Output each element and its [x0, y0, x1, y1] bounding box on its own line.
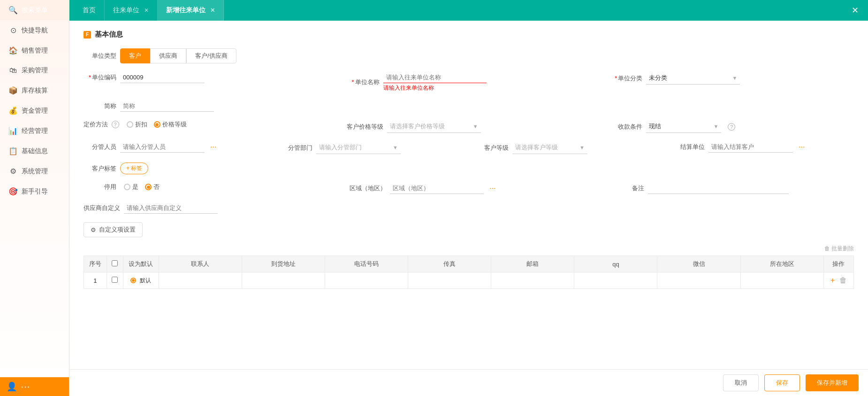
tab-home[interactable]: 首页 — [74, 0, 105, 21]
unit-category-group: *单位分类 未分类 ▼ — [609, 72, 854, 85]
search-icon: 🔍 — [8, 6, 18, 15]
pricing-option-level[interactable]: 价格等级 — [154, 120, 187, 129]
radio-circle-no — [145, 184, 152, 190]
short-name-label: 简称 — [84, 102, 116, 110]
email-input[interactable] — [496, 278, 569, 284]
pricing-method-label: 定价方法 ? — [84, 120, 119, 129]
add-tag-button[interactable]: + 标签 — [120, 163, 148, 174]
sidebar-item-basic[interactable]: 📋 基础信息 — [0, 141, 69, 161]
unit-name-label: *单位名称 — [347, 78, 380, 86]
radio-circle-yes — [124, 184, 130, 190]
region-more-btn[interactable]: ··· — [487, 184, 497, 193]
payment-help-icon[interactable]: ? — [728, 123, 735, 131]
unit-code-input[interactable] — [120, 72, 205, 83]
custom-settings-button[interactable]: ⚙ 自定义项设置 — [84, 222, 143, 237]
sidebar-item-finance[interactable]: 💰 资金管理 — [0, 101, 69, 121]
cell-address[interactable] — [242, 272, 325, 289]
add-row-btn[interactable]: + — [830, 276, 835, 284]
unit-name-input[interactable] — [383, 72, 487, 83]
customer-tag-row: 客户标签 + 标签 — [84, 163, 854, 174]
tab-add-partner[interactable]: 新增往来单位 ✕ — [158, 0, 224, 21]
unit-btn-supplier[interactable]: 供应商 — [150, 48, 186, 63]
address-input[interactable] — [247, 278, 320, 284]
remark-input[interactable] — [648, 183, 789, 194]
region-group: 区域（地区） ··· — [350, 183, 592, 194]
table-row: 1 默认 — [84, 272, 854, 289]
payment-terms-select[interactable]: 现结 ▼ — [646, 120, 721, 133]
bottom-bar: 取消 保存 保存并新增 — [69, 369, 868, 396]
unit-category-select[interactable]: 未分类 ▼ — [646, 72, 740, 85]
contact-input[interactable] — [164, 278, 237, 284]
sidebar-item-inventory[interactable]: 📦 库存核算 — [0, 80, 69, 101]
cancel-button[interactable]: 取消 — [723, 374, 759, 391]
customer-level-label: 客户等级 — [476, 144, 509, 152]
sidebar-item-operation[interactable]: 📊 经营管理 — [0, 121, 69, 141]
manager-input[interactable] — [120, 141, 205, 153]
cell-wechat[interactable] — [657, 272, 740, 289]
unit-btn-both[interactable]: 客户/供应商 — [186, 48, 236, 63]
col-fax: 传真 — [408, 256, 491, 272]
chevron-down-icon-payment: ▼ — [713, 124, 718, 129]
customer-tag-group: 客户标签 + 标签 — [84, 163, 854, 174]
sidebar-item-sales[interactable]: 🏠 销售管理 — [0, 40, 69, 61]
cell-region[interactable] — [740, 272, 823, 289]
phone-input[interactable] — [330, 278, 403, 284]
wechat-input[interactable] — [662, 278, 735, 284]
tab-bar: 首页 往来单位 ✕ 新增往来单位 ✕ ✕ — [69, 0, 868, 21]
bag-icon: 🛍 — [8, 66, 18, 75]
payment-terms-label: 收款条件 — [609, 123, 642, 131]
cell-contact[interactable] — [159, 272, 242, 289]
qq-input[interactable] — [579, 278, 652, 284]
batch-delete-btn[interactable]: 🗑 批量删除 — [84, 245, 854, 253]
short-name-input[interactable] — [120, 101, 214, 112]
disabled-no[interactable]: 否 — [145, 183, 160, 191]
box-icon: 📦 — [8, 86, 18, 95]
customer-level-select[interactable]: 请选择客户等级 ▼ — [512, 141, 587, 154]
gear-icon: ⚙ — [8, 167, 18, 176]
delete-row-btn[interactable]: 🗑 — [839, 276, 847, 284]
close-partner-tab[interactable]: ✕ — [144, 7, 149, 14]
sidebar-item-purchase[interactable]: 🛍 采购管理 — [0, 61, 69, 80]
department-select[interactable]: 请输入分管部门 ▼ — [316, 141, 401, 154]
close-add-partner-tab[interactable]: ✕ — [210, 7, 215, 14]
contact-table: 序号 设为默认 联系人 到货地址 电话号码 传真 邮箱 qq 微信 所在地区 操… — [84, 256, 854, 289]
cell-checkbox[interactable] — [107, 272, 123, 289]
sidebar-item-search[interactable]: 🔍 搜索菜单 — [0, 0, 69, 20]
sidebar-item-guide[interactable]: 🎯 新手引导 — [0, 181, 69, 202]
select-all-checkbox[interactable] — [112, 260, 118, 266]
radio-circle-level — [154, 121, 160, 128]
settlement-more-btn[interactable]: ··· — [797, 143, 807, 151]
tab-partner[interactable]: 往来单位 ✕ — [105, 0, 158, 21]
sidebar-item-quicknav[interactable]: ⊙ 快捷导航 — [0, 20, 69, 40]
cell-default[interactable]: 默认 — [123, 272, 159, 289]
col-default: 设为默认 — [123, 256, 159, 272]
chart-icon: 📊 — [8, 126, 18, 135]
save-new-button[interactable]: 保存并新增 — [806, 374, 859, 391]
fax-input[interactable] — [413, 278, 486, 284]
cell-fax[interactable] — [408, 272, 491, 289]
region-table-input[interactable] — [746, 278, 819, 284]
sidebar-item-system[interactable]: ⚙ 系统管理 — [0, 161, 69, 181]
unit-btn-customer[interactable]: 客户 — [120, 48, 150, 63]
pricing-help-icon[interactable]: ? — [112, 121, 119, 128]
default-label: 默认 — [140, 277, 151, 285]
cell-phone[interactable] — [325, 272, 408, 289]
supplier-custom-input[interactable] — [124, 202, 218, 214]
settings-icon: ⚙ — [91, 226, 96, 233]
row-checkbox[interactable] — [112, 277, 118, 283]
close-all-tabs[interactable]: ✕ — [847, 5, 863, 16]
save-button[interactable]: 保存 — [764, 374, 800, 391]
expand-icon: ⋯ — [21, 381, 30, 392]
user-icon: 👤 — [7, 381, 17, 392]
cell-qq[interactable] — [574, 272, 657, 289]
section-icon: F — [84, 31, 91, 39]
cell-email[interactable] — [491, 272, 574, 289]
pricing-option-discount[interactable]: 折扣 — [127, 120, 147, 129]
default-radio[interactable]: 默认 — [128, 277, 154, 285]
customer-price-level-select[interactable]: 请选择客户价格等级 ▼ — [387, 120, 481, 133]
disabled-yes[interactable]: 是 — [124, 183, 138, 191]
manager-more-btn[interactable]: ··· — [208, 143, 218, 151]
settlement-input[interactable] — [708, 141, 793, 153]
region-input[interactable] — [390, 183, 484, 194]
col-checkbox[interactable] — [107, 256, 123, 272]
